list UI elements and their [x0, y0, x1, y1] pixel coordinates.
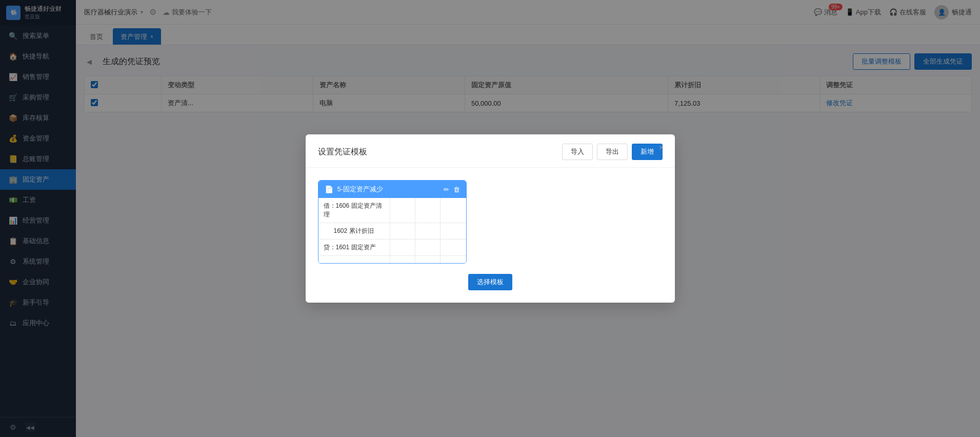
template-entry-row-2: 1602 累计折旧: [318, 223, 466, 240]
template-entry-row-1: 借：1606 固定资产清理: [318, 198, 466, 223]
entry-col3-1: [415, 198, 441, 223]
entry-type-3: 贷：1601 固定资产: [318, 240, 390, 255]
dialog-header-actions: 导入 导出 新增: [562, 144, 663, 160]
template-card: 📄 5-固定资产减少 ✏ 🗑 借：1606 固定资产清理: [318, 180, 467, 264]
template-card-header: 📄 5-固定资产减少 ✏ 🗑: [318, 181, 466, 198]
template-name: 5-固定资产减少: [337, 185, 384, 194]
template-entry-row-3: 贷：1601 固定资产: [318, 240, 466, 256]
entry-col4-4: [441, 256, 466, 263]
dialog-close-button[interactable]: ×: [655, 142, 668, 154]
entry-col2-1: [390, 198, 415, 223]
template-type-icon: 📄: [325, 185, 333, 193]
entry-type-1: 借：1606 固定资产清理: [318, 198, 390, 223]
import-button[interactable]: 导入: [562, 144, 593, 160]
entry-col4-3: [441, 240, 466, 255]
entry-col4-2: [441, 223, 466, 239]
select-template-button[interactable]: 选择模板: [468, 274, 512, 290]
entry-type-2: 1602 累计折旧: [318, 223, 390, 239]
template-footer: 选择模板: [318, 274, 663, 290]
entry-type-4: [318, 256, 390, 263]
entry-col2-4: [390, 256, 415, 263]
dialog-header: 设置凭证模板 导入 导出 新增: [306, 134, 675, 168]
dialog-title: 设置凭证模板: [318, 147, 367, 157]
main-content: 医疗器械行业演示 ▾ ⚙ ☁ 我要体验一下 💬 消息 99+ 📱 App下载: [76, 0, 980, 437]
modal-overlay: × 设置凭证模板 导入 导出 新增: [76, 45, 980, 437]
entry-col3-4: [415, 256, 441, 263]
page-area: ◀ 生成的凭证预览 批量调整模板 全部生成凭证 变动类型: [76, 45, 980, 437]
template-card-actions: ✏ 🗑: [444, 186, 460, 193]
dialog: × 设置凭证模板 导入 导出 新增: [306, 134, 675, 303]
template-delete-icon[interactable]: 🗑: [453, 186, 460, 193]
entry-col4-1: [441, 198, 466, 223]
template-card-body: 借：1606 固定资产清理 1602 累计折旧: [318, 198, 466, 263]
template-edit-icon[interactable]: ✏: [444, 186, 449, 193]
dialog-body: 📄 5-固定资产减少 ✏ 🗑 借：1606 固定资产清理: [306, 168, 675, 303]
export-button[interactable]: 导出: [597, 144, 628, 160]
template-entry-row-4: [318, 256, 466, 263]
entry-col2-3: [390, 240, 415, 255]
entry-col2-2: [390, 223, 415, 239]
entry-col3-2: [415, 223, 441, 239]
entry-col3-3: [415, 240, 441, 255]
